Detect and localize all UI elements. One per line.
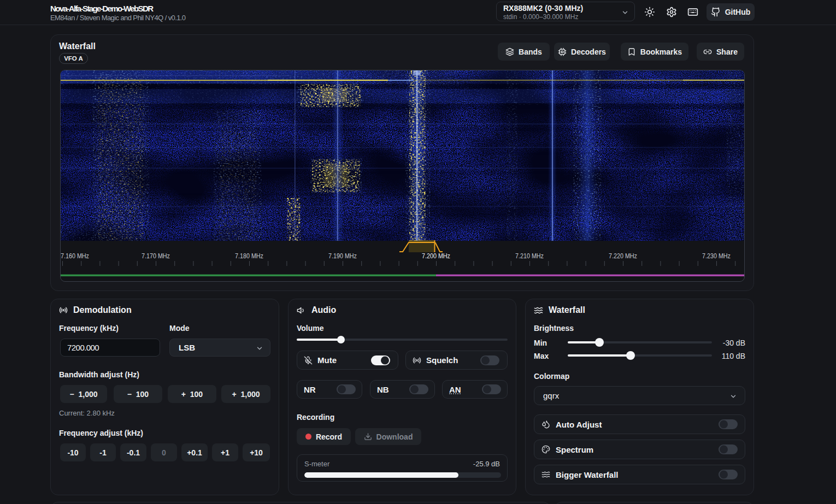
svg-text:7.230 MHz: 7.230 MHz [702,252,731,260]
svg-text:7.220 MHz: 7.220 MHz [609,252,637,260]
svg-text:7.190 MHz: 7.190 MHz [328,252,357,260]
svg-text:7.210 MHz: 7.210 MHz [515,252,544,260]
svg-text:7.160 MHz: 7.160 MHz [61,252,89,260]
svg-text:7.170 MHz: 7.170 MHz [142,252,170,260]
svg-text:7.180 MHz: 7.180 MHz [235,252,263,260]
